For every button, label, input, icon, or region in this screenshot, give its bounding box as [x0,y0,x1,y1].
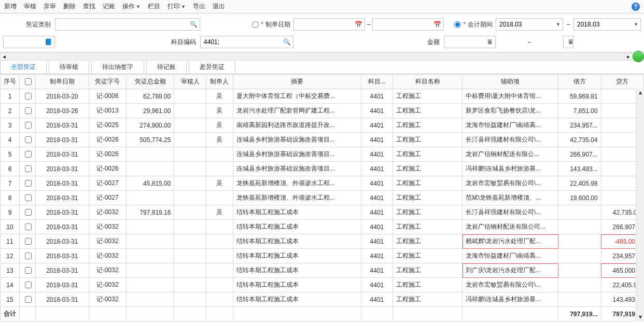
row-checkbox[interactable] [25,223,32,230]
toolbar-栏目[interactable]: 栏目 [148,2,160,11]
col-header[interactable]: 审核人 [174,75,206,89]
cell: 连城县乡村旅游基础设施改善项目... [233,133,361,147]
scroll-right-icon[interactable]: ▸ [624,53,633,60]
table-row[interactable]: 152018-03-31记-0032结转本期工程施工成本4401工程施工冯祥鹏\… [1,292,644,307]
select-all-checkbox[interactable] [25,78,32,85]
toolbar-导出[interactable]: 导出 [193,2,205,11]
search-icon[interactable]: 🔍 [283,38,291,46]
toolbar-操作[interactable]: 操作▼ [122,2,141,11]
summary-input[interactable]: 📘 [3,36,55,48]
cell: 7,851.00 [558,104,601,118]
toolbar-退出[interactable]: 退出 [213,2,225,11]
table-row[interactable]: 22018-03-26记-001329,961.00吴龙岩污水处理厂配套管网扩建… [1,104,644,118]
toolbar-弃审[interactable]: 弃审 [44,2,56,11]
calc-icon: 🖩 [487,38,493,46]
tab-4[interactable]: 差异凭证 [189,60,235,74]
make-date-from[interactable]: 📅 [293,18,365,31]
make-date-radio[interactable]: *制单日期 [200,20,293,29]
row-checkbox[interactable] [25,252,32,259]
toolbar-审核[interactable]: 审核 [24,2,36,11]
table-row[interactable]: 42018-03-31记-0026505,774.25吴连城县乡村旅游基础设施改… [1,133,644,147]
period-from[interactable]: ▼ [496,18,563,31]
row-checkbox[interactable] [25,180,32,187]
range-dash: – [496,38,563,46]
period-to[interactable]: ▼ [573,18,641,31]
row-checkbox[interactable] [25,93,32,100]
row-checkbox[interactable] [25,296,32,303]
row-checkbox[interactable] [25,165,32,172]
col-header[interactable]: 凭证字号 [89,75,126,89]
col-header[interactable]: 制单人 [206,75,233,89]
row-checkbox[interactable] [25,151,32,158]
amount-to[interactable]: 🖩 [563,36,573,48]
table-row[interactable]: 72018-03-31记-002745,815.00吴龙铁嘉苑新增楼顶、外墙渗水… [1,176,644,191]
col-header[interactable]: 科目... [361,75,393,89]
cell: 505,774.25 [126,133,174,147]
col-header[interactable]: 科目名称 [393,75,463,89]
tab-0[interactable]: 全部凭证 [0,60,47,74]
tab-1[interactable]: 待审核 [49,60,89,74]
help-icon[interactable]: ? [632,3,640,11]
table-row[interactable]: 102018-03-31记-0032结转本期工程施工成本4401工程施工龙岩广信… [1,220,644,234]
search-icon[interactable]: 🔍 [190,21,198,28]
subject-code-label: 科目编码 [55,38,200,47]
row-checkbox[interactable] [25,194,32,201]
refresh-bubble[interactable] [633,51,644,62]
cell [558,278,601,292]
row-checkbox[interactable] [25,107,32,114]
cell: 14 [1,278,20,292]
voucher-type-input[interactable]: 🔍 [55,18,200,31]
calendar-icon: 📅 [433,21,441,28]
table-row[interactable]: 12018-03-20记-000662,788.00吴厦大附中体育馆工程（中标交… [1,89,644,104]
scroll-left-icon[interactable]: ◂ [0,53,8,60]
amount-from[interactable]: 🖩 [444,36,496,48]
make-date-to[interactable]: 📅 [372,18,444,31]
table-row[interactable]: 62018-03-31记-0026连城县乡村旅游基础设施改善项目...4401工… [1,162,644,176]
row-checkbox[interactable] [25,267,32,274]
cell: 龙岩广信钢材配送有限公司... [463,220,558,234]
col-header[interactable]: 借方 [558,75,601,89]
col-header[interactable]: 制单日期 [35,75,89,89]
horizontal-scrollbar[interactable]: ◂ ▸ [0,52,644,61]
period-radio[interactable]: *会计期间 [444,20,496,29]
col-header[interactable]: 凭证总金额 [126,75,174,89]
footer-cell: 797,919... [558,307,601,321]
row-checkbox[interactable] [25,238,32,245]
table-row[interactable]: 52018-03-31记-0026连城县乡村旅游基础设施改善项目...4401工… [1,147,644,162]
cell: 工程施工 [393,133,463,147]
col-header[interactable]: 辅助项 [463,75,558,89]
cell [126,278,174,292]
toolbar-记账[interactable]: 记账 [103,2,115,11]
table-row[interactable]: 92018-03-31记-0032797,919.16吴结转本期工程施工成本44… [1,205,644,220]
col-header[interactable]: 贷方 [601,75,643,89]
row-checkbox[interactable] [25,209,32,216]
cell: 记-0027 [89,176,126,191]
cell: 龙岩污水处理厂配套管网扩建工程... [233,104,361,118]
col-header[interactable] [20,75,36,89]
row-checkbox[interactable] [25,282,32,288]
toolbar-新增[interactable]: 新增 [4,2,17,11]
cell [206,220,233,234]
cell: 结转本期工程施工成本 [233,292,361,307]
tab-3[interactable]: 待记账 [146,60,187,74]
toolbar-删除[interactable]: 删除 [63,2,76,11]
toolbar-打印[interactable]: 打印▼ [167,2,186,11]
vertical-scrollbar[interactable]: ▴ ▾ [636,89,644,321]
table-row[interactable]: 142018-03-31记-0032结转本期工程施工成本4401工程施工龙岩市宏… [1,278,644,292]
table-row[interactable]: 122018-03-31记-0032结转本期工程施工成本4401工程施工龙海市恒… [1,249,644,263]
scroll-down-icon[interactable]: ▾ [639,313,642,321]
col-header[interactable]: 摘要 [233,75,361,89]
table-row[interactable]: 82018-03-31记-0027龙铁嘉苑新增楼顶、外墙渗水工程...4401工… [1,191,644,205]
cell: 记-0026 [89,162,126,176]
subject-code-input[interactable]: 🔍 [200,36,293,48]
scroll-up-icon[interactable]: ▴ [639,89,642,97]
table-row[interactable]: 132018-03-31记-0032结转本期工程施工成本4401工程施工刘广庆\… [1,263,644,278]
table-row[interactable]: 32018-03-31记-0025274,900.00吴南靖高新园利达路市政道路… [1,118,644,133]
table-row[interactable]: 112018-03-31记-0032结转本期工程施工成本4401工程施工赖斌辉\… [1,234,644,249]
row-checkbox[interactable] [25,136,32,143]
tab-2[interactable]: 待出纳签字 [91,60,144,74]
col-header[interactable]: 序号 [1,75,20,89]
row-checkbox[interactable] [25,122,32,129]
toolbar-查找[interactable]: 查找 [83,2,95,11]
book-icon[interactable]: 📘 [45,38,52,46]
